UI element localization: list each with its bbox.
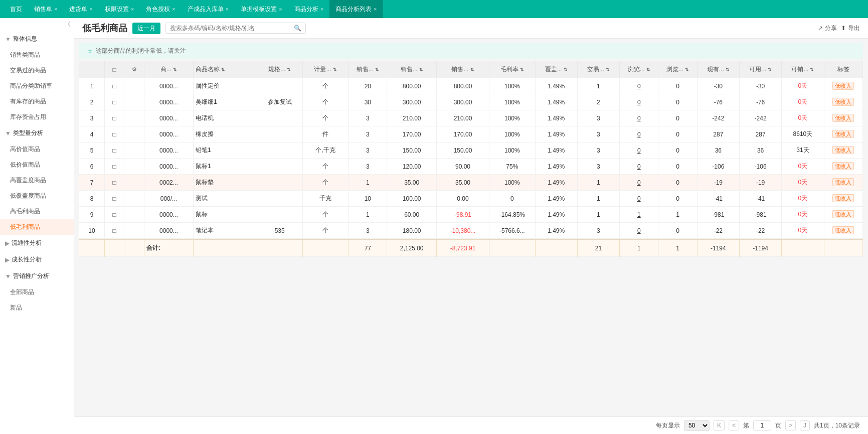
- row-view2: 0: [658, 142, 697, 159]
- sidebar-item-low-coverage[interactable]: 低覆盖度商品: [0, 188, 74, 204]
- nav-sales-order[interactable]: 销售单 ×: [28, 0, 63, 18]
- row-view1[interactable]: 1: [620, 207, 658, 223]
- sidebar-item-high-coverage[interactable]: 高覆盖度商品: [0, 173, 74, 188]
- row-view1[interactable]: 0: [620, 126, 658, 142]
- row-checkbox[interactable]: □: [105, 191, 124, 207]
- next-page-btn[interactable]: >: [785, 420, 796, 430]
- search-icon[interactable]: 🔍: [294, 25, 301, 32]
- share-button[interactable]: ↗ 分享: [818, 24, 837, 33]
- row-checkbox[interactable]: □: [105, 142, 124, 159]
- col-header-available[interactable]: 可用... ⇅: [739, 61, 781, 78]
- col-header-current[interactable]: 现有... ⇅: [697, 61, 739, 78]
- first-page-btn[interactable]: K: [714, 420, 725, 430]
- row-checkbox[interactable]: □: [105, 126, 124, 142]
- row-name[interactable]: 鼠标垫: [194, 175, 257, 191]
- sidebar-item-category-rate[interactable]: 商品分类助销率: [0, 78, 74, 94]
- row-checkbox[interactable]: □: [105, 207, 124, 223]
- row-checkbox[interactable]: □: [105, 110, 124, 126]
- col-header-spec[interactable]: 规格... ⇅: [257, 61, 302, 78]
- col-header-cover[interactable]: 覆盖... ⇅: [535, 61, 577, 78]
- col-header-trade[interactable]: 交易... ⇅: [577, 61, 619, 78]
- nav-product-warehouse[interactable]: 产成品入库单 ×: [182, 0, 235, 18]
- sidebar-item-high-value[interactable]: 高价值商品: [0, 141, 74, 157]
- col-header-unit[interactable]: 计量... ⇅: [302, 61, 348, 78]
- row-name[interactable]: 橡皮擦: [194, 126, 257, 142]
- col-header-view2[interactable]: 浏览... ⇅: [658, 61, 697, 78]
- row-checkbox[interactable]: □: [105, 94, 124, 110]
- nav-template-settings[interactable]: 单据模板设置 ×: [235, 0, 288, 18]
- col-header-sales-qty[interactable]: 销售... ⇅: [349, 61, 387, 78]
- row-name[interactable]: 吴细细1: [194, 94, 257, 110]
- sidebar-item-traded-products[interactable]: 交易过的商品: [0, 63, 74, 78]
- row-view1[interactable]: 0: [620, 191, 658, 207]
- sidebar-item-high-margin[interactable]: 高毛利商品: [0, 204, 74, 219]
- per-page-select[interactable]: 50 100 200: [684, 420, 710, 431]
- sidebar-collapse-btn[interactable]: 《: [0, 18, 74, 31]
- col-header-sales-price[interactable]: 销售... ⇅: [387, 61, 436, 78]
- row-name[interactable]: 测试: [194, 191, 257, 207]
- nav-product-analysis[interactable]: 商品分析 ×: [288, 0, 329, 18]
- nav-product-warehouse-close[interactable]: ×: [226, 6, 229, 12]
- row-view1[interactable]: 0: [620, 94, 658, 110]
- sidebar-group-growth[interactable]: ▶ 成长性分析: [0, 251, 74, 268]
- nav-product-analysis-close[interactable]: ×: [320, 6, 323, 12]
- row-trade: 2: [577, 94, 619, 110]
- sidebar-item-low-margin[interactable]: 低毛利商品: [0, 219, 74, 235]
- nav-purchase-order-close[interactable]: ×: [89, 6, 92, 12]
- nav-role-auth-close[interactable]: ×: [172, 6, 175, 12]
- sidebar-group-type[interactable]: ▼ 类型量分析: [0, 125, 74, 141]
- sidebar-item-sales-products[interactable]: 销售类商品: [0, 47, 74, 63]
- row-checkbox[interactable]: □: [105, 159, 124, 175]
- col-header-check[interactable]: □: [105, 61, 124, 78]
- col-header-code[interactable]: 商... ⇅: [144, 61, 193, 78]
- row-view1[interactable]: 0: [620, 159, 658, 175]
- export-button[interactable]: ⬆ 导出: [841, 24, 860, 33]
- col-header-gross[interactable]: 毛利率 ⇅: [489, 61, 535, 78]
- col-header-view1[interactable]: 浏览... ⇅: [620, 61, 658, 78]
- row-checkbox[interactable]: □: [105, 223, 124, 239]
- row-name[interactable]: 鼠标1: [194, 159, 257, 175]
- nav-role-auth[interactable]: 角色授权 ×: [140, 0, 181, 18]
- row-view1[interactable]: 0: [620, 78, 658, 94]
- row-trade: 1: [577, 207, 619, 223]
- sidebar-item-stock-capital[interactable]: 库存资金占用: [0, 109, 74, 125]
- row-name[interactable]: 电话机: [194, 110, 257, 126]
- search-input[interactable]: [170, 25, 294, 32]
- nav-home[interactable]: 首页: [4, 0, 28, 18]
- sidebar-group-marketing[interactable]: ▼ 营销推广分析: [0, 268, 74, 284]
- sidebar-item-new-products[interactable]: 新品: [0, 300, 74, 316]
- filter-recent-month[interactable]: 近一月: [132, 23, 160, 34]
- row-view1[interactable]: 0: [620, 175, 658, 191]
- row-checkbox[interactable]: □: [105, 78, 124, 94]
- prev-page-btn[interactable]: <: [729, 420, 739, 430]
- nav-permission-settings[interactable]: 权限设置 ×: [99, 0, 140, 18]
- page-number-input[interactable]: [753, 420, 771, 430]
- col-header-tag[interactable]: 标签: [824, 61, 862, 78]
- row-name[interactable]: 铅笔1: [194, 142, 257, 159]
- sidebar-item-low-value[interactable]: 低价值商品: [0, 157, 74, 173]
- select-all-checkbox[interactable]: □: [113, 66, 116, 73]
- row-name[interactable]: 属性定价: [194, 78, 257, 94]
- sidebar-item-all-products[interactable]: 全部商品: [0, 284, 74, 300]
- col-header-name[interactable]: 商品名称 ⇅: [194, 61, 257, 78]
- nav-sales-order-close[interactable]: ×: [54, 6, 57, 12]
- row-name[interactable]: 笔记本: [194, 223, 257, 239]
- nav-purchase-order[interactable]: 进货单 ×: [63, 0, 98, 18]
- row-view1[interactable]: 0: [620, 223, 658, 239]
- row-checkbox[interactable]: □: [105, 175, 124, 191]
- nav-product-analysis-list-close[interactable]: ×: [374, 6, 377, 12]
- nav-permission-settings-close[interactable]: ×: [131, 6, 134, 12]
- col-header-saleable[interactable]: 可销... ⇅: [782, 61, 824, 78]
- col-header-settings[interactable]: ⚙: [124, 61, 144, 78]
- col-header-sales-profit[interactable]: 销售... ⇅: [436, 61, 489, 78]
- sidebar-item-in-stock[interactable]: 有库存的商品: [0, 94, 74, 109]
- row-view1[interactable]: 0: [620, 110, 658, 126]
- last-page-btn[interactable]: J: [800, 420, 810, 430]
- nav-product-analysis-list[interactable]: 商品分析列表 ×: [329, 0, 383, 18]
- row-spec: [257, 207, 302, 223]
- nav-template-settings-close[interactable]: ×: [279, 6, 282, 12]
- sidebar-group-overall[interactable]: ▼ 整体信息: [0, 31, 74, 47]
- row-name[interactable]: 鼠标: [194, 207, 257, 223]
- sidebar-group-circulation[interactable]: ▶ 流通性分析: [0, 235, 74, 251]
- row-view1[interactable]: 0: [620, 142, 658, 159]
